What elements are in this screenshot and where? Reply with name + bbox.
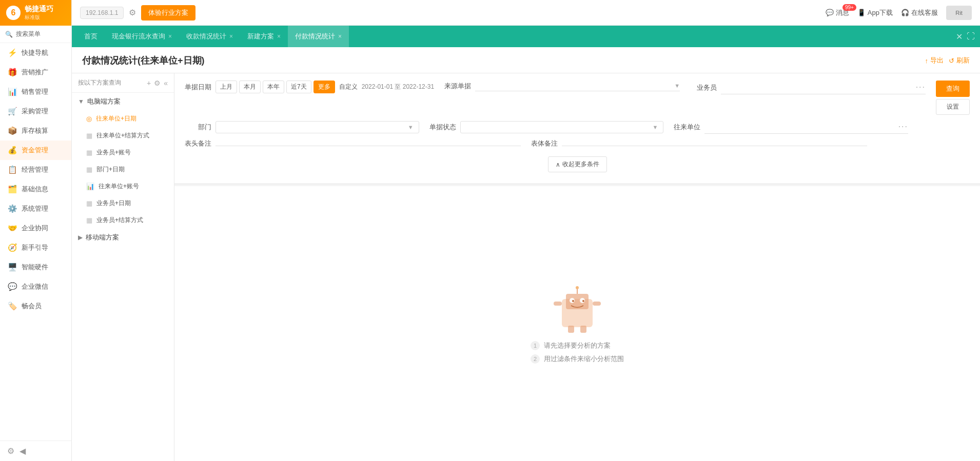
scheme-collapse-icon[interactable]: « — [164, 79, 168, 87]
source-select[interactable]: ▼ — [475, 81, 680, 91]
export-button[interactable]: ↑ 导出 — [925, 56, 944, 65]
scheme-add-icon[interactable]: + — [147, 79, 151, 87]
scheme-icon-unit-settle: ▦ — [86, 132, 92, 139]
status-select[interactable]: ▼ — [460, 121, 664, 133]
sidebar-icon-purchase: 🛒 — [7, 107, 17, 116]
scheme-settings-icon[interactable]: ⚙ — [154, 79, 161, 87]
scheme-group-desktop: ▼ 电脑端方案 ◎ 往来单位+日期▦ 往来单位+结算方式▦ 业务员+账号▦ 部门… — [72, 93, 174, 229]
topbar-left: 192.168.1.1 ⚙ 体验行业方案 — [80, 5, 195, 21]
topbar-service[interactable]: 🎧 在线客服 — [901, 8, 938, 17]
app-label: App下载 — [868, 8, 893, 17]
sidebar-item-enterprise[interactable]: 🤝 企业协同 — [0, 218, 71, 238]
service-label: 在线客服 — [911, 8, 938, 17]
tab-new-scheme[interactable]: 新建方案× — [240, 26, 288, 47]
query-button[interactable]: 查询 — [936, 81, 970, 97]
sidebar-label-wechat: 企业微信 — [22, 282, 48, 291]
export-label: 导出 — [930, 56, 944, 65]
staff-dots[interactable]: ··· — [916, 83, 926, 92]
sidebar-icon-guide: 🧭 — [7, 243, 17, 252]
user-avatar[interactable]: Rit — [946, 6, 972, 20]
scheme-icon-staff-account: ▦ — [86, 149, 92, 156]
sidebar-item-marketing[interactable]: 🎁 营销推广 — [0, 63, 71, 82]
tab-payment-stat[interactable]: 付款情况统计× — [288, 26, 349, 47]
sidebar-icon-finance: 💰 — [7, 146, 17, 155]
export-icon: ↑ — [925, 57, 929, 65]
refresh-label: 刷新 — [956, 56, 970, 65]
main-right: 付款情况统计(往来单位+日期) ↑ 导出 ↺ 刷新 按 — [72, 47, 980, 461]
trial-button[interactable]: 体验行业方案 — [141, 5, 195, 21]
sidebar-icon-marketing: 🎁 — [7, 68, 17, 77]
date-btn-more[interactable]: 更多 — [313, 81, 335, 93]
scheme-item-staff-date[interactable]: ▦ 业务员+日期 — [72, 195, 174, 212]
tab-close-new-scheme[interactable]: × — [277, 33, 281, 40]
search-label: 搜索菜单 — [16, 30, 41, 38]
refresh-icon: ↺ — [949, 57, 954, 65]
date-buttons: 上月本月本年近7天更多 — [215, 81, 335, 93]
sidebar-item-member[interactable]: 🏷️ 畅会员 — [0, 296, 71, 316]
empty-tips: 1 请先选择要分析的方案 2 用过滤条件来缩小分析范围 — [531, 341, 624, 364]
dept-label: 部门 — [185, 123, 211, 132]
collapse-filter-button[interactable]: ∧ 收起更多条件 — [548, 156, 607, 172]
sidebar-item-quick-nav[interactable]: ⚡ 快捷导航 — [0, 43, 71, 63]
sidebar-item-basic[interactable]: 🗂️ 基础信息 — [0, 179, 71, 199]
scheme-group-desktop-header[interactable]: ▼ 电脑端方案 — [72, 93, 174, 110]
sidebar-item-purchase[interactable]: 🛒 采购管理 — [0, 102, 71, 121]
tab-close-bank[interactable]: × — [168, 33, 172, 40]
settings-button[interactable]: 设置 — [936, 99, 970, 115]
sidebar-item-system[interactable]: ⚙️ 系统管理 — [0, 199, 71, 218]
scheme-label-staff-settle: 业务员+结算方式 — [96, 216, 143, 225]
scheme-item-dept-date[interactable]: ▦ 部门+日期 — [72, 161, 174, 178]
staff-label: 业务员 — [690, 83, 717, 92]
tab-home[interactable]: 首页 — [77, 26, 105, 47]
main-content: 192.168.1.1 ⚙ 体验行业方案 💬 消息 99+ 📱 App下载 🎧 … — [72, 0, 980, 461]
scheme-group-mobile-header[interactable]: ▶ 移动端方案 — [72, 229, 174, 246]
footer-collapse-icon[interactable]: ◀ — [19, 446, 26, 456]
tab-bank[interactable]: 现金银行流水查询× — [105, 26, 179, 47]
footer-settings-icon[interactable]: ⚙ — [7, 446, 14, 456]
unit-dots[interactable]: ··· — [898, 122, 908, 131]
sidebar-item-sales[interactable]: 📊 销售管理 — [0, 82, 71, 102]
date-btn-last-month[interactable]: 上月 — [215, 81, 237, 93]
custom-label[interactable]: 自定义 — [339, 83, 358, 91]
tab-close-receipt-stat[interactable]: × — [229, 33, 233, 40]
svg-point-7 — [576, 286, 579, 289]
scheme-item-unit-date[interactable]: ◎ 往来单位+日期 — [72, 110, 174, 127]
sidebar-item-wechat[interactable]: 💬 企业微信 — [0, 277, 71, 296]
collapse-icon: ∧ — [556, 161, 560, 168]
scheme-item-staff-settle[interactable]: ▦ 业务员+结算方式 — [72, 212, 174, 229]
page-title: 付款情况统计(往来单位+日期) — [82, 54, 205, 73]
scheme-label-staff-account: 业务员+账号 — [96, 148, 131, 157]
topbar-app[interactable]: 📱 App下载 — [857, 8, 893, 17]
scheme-item-unit-account[interactable]: 📊 往来单位+账号 — [72, 178, 174, 195]
sidebar-item-guide[interactable]: 🧭 新手引导 — [0, 238, 71, 257]
scheme-label-dept-date: 部门+日期 — [96, 165, 125, 174]
sidebar-icon-hardware: 🖥️ — [7, 263, 17, 272]
dept-select[interactable]: ▼ — [215, 121, 419, 133]
sidebar-label-guide: 新手引导 — [22, 243, 48, 252]
sidebar-item-inventory[interactable]: 📦 库存核算 — [0, 121, 71, 141]
scheme-icon-unit-account: 📊 — [86, 183, 94, 190]
topbar-message[interactable]: 💬 消息 99+ — [826, 8, 849, 17]
tab-receipt-stat[interactable]: 收款情况统计× — [179, 26, 240, 47]
tabs-close-all-icon[interactable]: ✕ — [956, 32, 963, 42]
sidebar-search[interactable]: 🔍 搜索菜单 — [0, 26, 71, 43]
sidebar-item-operation[interactable]: 📋 经营管理 — [0, 160, 71, 179]
date-btn-this-year[interactable]: 本年 — [263, 81, 284, 93]
scheme-panel-title: 按以下方案查询 — [78, 78, 121, 87]
scheme-item-staff-account[interactable]: ▦ 业务员+账号 — [72, 144, 174, 161]
svg-point-5 — [582, 300, 584, 302]
sidebar-icon-operation: 📋 — [7, 165, 17, 174]
scheme-item-unit-settle[interactable]: ▦ 往来单位+结算方式 — [72, 127, 174, 144]
message-icon: 💬 — [826, 9, 834, 16]
refresh-button[interactable]: ↺ 刷新 — [949, 56, 970, 65]
sidebar-logo: 6 畅捷通巧 标准版 — [0, 0, 71, 26]
topbar-gear-icon[interactable]: ⚙ — [129, 8, 136, 17]
sidebar-item-hardware[interactable]: 🖥️ 智能硬件 — [0, 257, 71, 277]
sidebar-item-finance[interactable]: 💰 资金管理 — [0, 141, 71, 160]
scheme-label-unit-date: 往来单位+日期 — [96, 114, 136, 123]
tab-close-payment-stat[interactable]: × — [338, 33, 342, 40]
date-btn-this-month[interactable]: 本月 — [239, 81, 261, 93]
scheme-group-desktop-label: 电脑端方案 — [87, 97, 121, 106]
tabs-expand-icon[interactable]: ⛶ — [967, 32, 975, 41]
date-btn-7days[interactable]: 近7天 — [286, 81, 311, 93]
